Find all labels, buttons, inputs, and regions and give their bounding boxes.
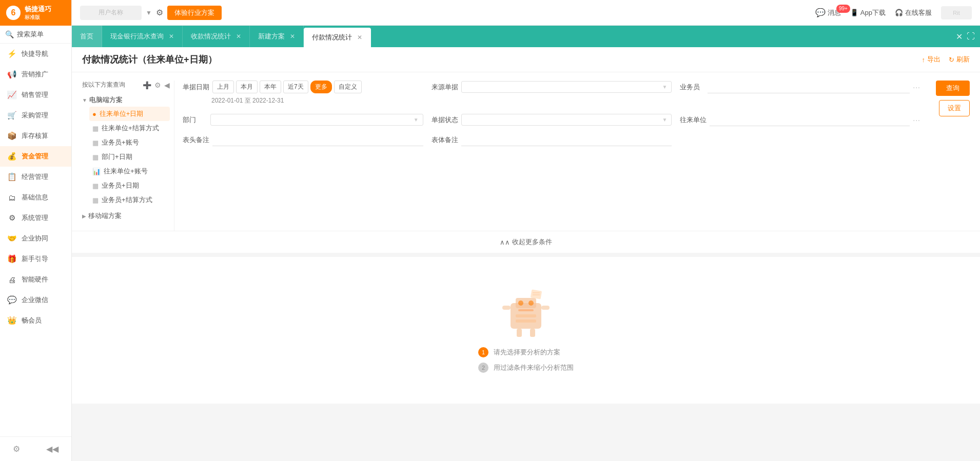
svg-rect-8 xyxy=(530,329,535,337)
collapse-more-button[interactable]: ∧∧ 收起更多条件 xyxy=(500,237,552,247)
counterpart-dots[interactable]: ··· xyxy=(913,116,920,124)
user-avatar[interactable]: Rit xyxy=(941,6,972,19)
sidebar-item-inventory[interactable]: 📦 库存核算 xyxy=(0,126,71,146)
sidebar-item-label: 系统管理 xyxy=(22,213,48,223)
sidebar-bottom: ⚙ ◀◀ xyxy=(0,436,71,461)
export-button[interactable]: ↑ 导出 xyxy=(922,55,941,64)
sidebar-item-label: 销售管理 xyxy=(22,90,48,99)
scheme-collapse-icon[interactable]: ◀ xyxy=(164,81,170,89)
scheme-item-icon: ▦ xyxy=(92,196,99,204)
sidebar-item-system[interactable]: ⚙ 系统管理 xyxy=(0,208,71,228)
svg-rect-4 xyxy=(518,309,534,311)
tab-receipt-stats-label: 收款情况统计 xyxy=(191,32,231,41)
tab-new-scheme[interactable]: 新建方案 ✕ xyxy=(250,26,304,47)
marketing-icon: 📢 xyxy=(7,70,16,79)
search-menu[interactable]: 🔍 搜索菜单 xyxy=(0,26,71,44)
app-download-button[interactable]: 📱 App下载 xyxy=(850,8,886,17)
tab-close-all-button[interactable]: ✕ xyxy=(956,32,963,42)
filter-settings-button[interactable]: 设置 xyxy=(939,100,970,116)
counterpart-input[interactable] xyxy=(710,113,910,126)
tab-receipt-stats-close[interactable]: ✕ xyxy=(236,33,241,40)
collapse-sidebar-icon[interactable]: ◀◀ xyxy=(43,441,62,457)
scheme-settings-icon[interactable]: ⚙ xyxy=(154,81,161,89)
sidebar-item-label: 企业微信 xyxy=(22,295,48,305)
salesman-input[interactable] xyxy=(708,81,910,93)
sidebar-item-wechat[interactable]: 💬 企业微信 xyxy=(0,290,71,310)
page-title: 付款情况统计（往来单位+日期） xyxy=(82,53,217,66)
tab-maximize-button[interactable]: ⛶ xyxy=(967,32,975,41)
refresh-icon: ↻ xyxy=(949,56,954,64)
scheme-item-dept-date[interactable]: ▦ 部门+日期 xyxy=(89,150,170,164)
settings-bottom-icon[interactable]: ⚙ xyxy=(10,441,23,457)
scheme-item-counterpart-account[interactable]: 📊 往来单位+账号 xyxy=(89,164,170,178)
step-num-1: 1 xyxy=(478,347,488,357)
step-1-label: 请先选择要分析的方案 xyxy=(494,348,560,357)
scheme-item-icon: ▦ xyxy=(92,182,99,190)
online-service-button[interactable]: 🎧 在线客服 xyxy=(895,8,932,17)
date-btn-custom[interactable]: 自定义 xyxy=(334,81,362,93)
scheme-header-label: 按以下方案查询 xyxy=(82,81,125,89)
sidebar-item-basic-info[interactable]: 🗂 基础信息 xyxy=(0,187,71,208)
sidebar-item-operation[interactable]: 📋 经营管理 xyxy=(0,167,71,187)
sidebar-item-guide[interactable]: 🎁 新手引导 xyxy=(0,249,71,269)
dept-select[interactable]: ▼ xyxy=(210,114,423,126)
desktop-group-header[interactable]: ▼ 电脑端方案 xyxy=(82,93,170,107)
try-industry-button[interactable]: 体验行业方案 xyxy=(167,6,222,20)
app-edition: 标准版 xyxy=(25,14,51,21)
scheme-item-salesman-date[interactable]: ▦ 业务员+日期 xyxy=(89,178,170,193)
tab-home[interactable]: 首页 xyxy=(72,26,102,47)
tab-payment-stats[interactable]: 付款情况统计 ✕ xyxy=(304,28,371,47)
sidebar-item-quick-nav[interactable]: ⚡ 快捷导航 xyxy=(0,44,71,64)
header-note-input[interactable] xyxy=(212,133,423,146)
query-button[interactable]: 查询 xyxy=(936,81,970,96)
salesman-dots[interactable]: ··· xyxy=(913,83,920,91)
collapse-row: ∧∧ 收起更多条件 xyxy=(72,231,980,253)
sidebar-item-hardware[interactable]: 🖨 智能硬件 xyxy=(0,269,71,290)
message-badge: 99+ xyxy=(836,5,850,13)
scheme-item-salesman-settlement[interactable]: ▦ 业务员+结算方式 xyxy=(89,193,170,207)
settings-button[interactable]: ⚙ xyxy=(156,8,163,17)
empty-steps: 1 请先选择要分析的方案 2 用过滤条件来缩小分析范围 xyxy=(478,347,574,373)
sidebar-item-purchase[interactable]: 🛒 采购管理 xyxy=(0,105,71,126)
tab-new-scheme-close[interactable]: ✕ xyxy=(290,33,295,40)
export-label: 导出 xyxy=(927,55,940,64)
scheme-header-actions: ➕ ⚙ ◀ xyxy=(143,81,170,89)
tab-payment-stats-close[interactable]: ✕ xyxy=(357,34,362,41)
scheme-add-icon[interactable]: ➕ xyxy=(143,81,151,89)
scheme-item-salesman-account[interactable]: ▦ 业务员+账号 xyxy=(89,135,170,150)
collapse-icon: ∧∧ xyxy=(500,238,510,246)
tab-cash-flow[interactable]: 现金银行流水查询 ✕ xyxy=(102,26,183,47)
sidebar-item-label: 畅会员 xyxy=(22,316,42,325)
empty-step-2: 2 用过滤条件来缩小分析范围 xyxy=(478,363,574,373)
tab-cash-flow-close[interactable]: ✕ xyxy=(169,33,174,40)
sidebar-item-vip[interactable]: 👑 畅会员 xyxy=(0,310,71,331)
sidebar-item-label: 新手引导 xyxy=(22,254,48,264)
step-num-2: 2 xyxy=(478,363,488,373)
query-actions: 查询 设置 xyxy=(929,81,970,116)
mobile-scheme-group: ▶ 移动端方案 xyxy=(82,209,170,223)
sidebar-item-label: 库存核算 xyxy=(22,131,48,141)
sidebar-item-sales[interactable]: 📈 销售管理 xyxy=(0,85,71,105)
sidebar-item-collab[interactable]: 🤝 企业协同 xyxy=(0,228,71,249)
refresh-button[interactable]: ↻ 刷新 xyxy=(949,55,970,64)
sidebar-item-finance[interactable]: 💰 资金管理 xyxy=(0,146,71,167)
date-btn-7days[interactable]: 近7天 xyxy=(283,81,308,93)
tab-bar-actions: ✕ ⛶ xyxy=(956,26,980,47)
body-note-input[interactable] xyxy=(461,133,672,146)
scheme-item-counterpart-date[interactable]: ● 往来单位+日期 xyxy=(89,107,170,121)
service-label: 在线客服 xyxy=(905,8,932,17)
scheme-item-counterpart-settlement[interactable]: ▦ 往来单位+结算方式 xyxy=(89,121,170,135)
user-dropdown-icon[interactable]: ▼ xyxy=(146,9,152,16)
date-btn-this-month[interactable]: 本月 xyxy=(236,81,258,93)
sidebar-item-label: 营销推广 xyxy=(22,70,48,79)
mobile-group-header[interactable]: ▶ 移动端方案 xyxy=(82,209,170,223)
message-button[interactable]: 💬 消息 99+ xyxy=(815,8,841,17)
sidebar-item-marketing[interactable]: 📢 营销推广 xyxy=(0,64,71,85)
tab-receipt-stats[interactable]: 收款情况统计 ✕ xyxy=(183,26,250,47)
date-btn-last-month[interactable]: 上月 xyxy=(212,81,234,93)
doc-status-select[interactable]: ▼ xyxy=(461,114,672,126)
sidebar-item-label: 企业协同 xyxy=(22,234,48,243)
date-btn-this-year[interactable]: 本年 xyxy=(260,81,281,93)
source-select[interactable]: ▼ xyxy=(461,81,672,93)
date-btn-more[interactable]: 更多 xyxy=(310,81,332,93)
